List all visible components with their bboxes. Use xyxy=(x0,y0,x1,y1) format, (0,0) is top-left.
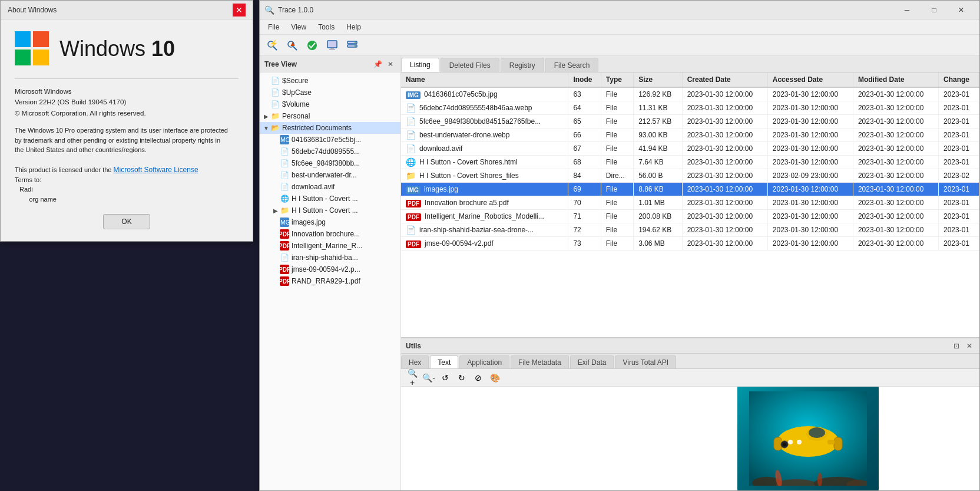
tree-item-intell-pdf[interactable]: PDF Intelligent_Marine_R... xyxy=(260,240,400,252)
cell-type: Dire... xyxy=(601,169,633,183)
cell-created: 2023-01-30 12:00:00 xyxy=(682,169,767,183)
file-name: iran-ship-shahid-baziar-sea-drone-... xyxy=(419,226,534,234)
file-type-icon: 📄 xyxy=(406,130,416,140)
tree-item-restricted-docs[interactable]: ▼ 📂 Restricted Documents xyxy=(260,122,400,134)
tree-panel: Tree View 📌 ✕ 📄 $Secure 📄 $UpCase xyxy=(260,56,401,490)
table-row[interactable]: 📄 56debc74dd089555548b46aa.webp 64 File … xyxy=(401,101,979,115)
col-accessed[interactable]: Accessed Date xyxy=(767,73,853,87)
expand-icon xyxy=(262,77,270,85)
table-row[interactable]: 📄 iran-ship-shahid-baziar-sea-drone-... … xyxy=(401,223,979,237)
svg-rect-29 xyxy=(834,437,842,450)
file-name: 56debc74dd089555548b46aa.webp xyxy=(419,104,532,112)
utils-panel: Utils ⊡ ✕ Hex Text Application File Meta… xyxy=(401,337,979,490)
tree-item-jmse[interactable]: PDF jmse-09-00594-v2.p... xyxy=(260,263,400,275)
utils-tab-exif-data[interactable]: Exif Data xyxy=(570,355,614,368)
crop-button[interactable]: ⊘ xyxy=(471,371,486,385)
expand-icon: ▶ xyxy=(262,112,270,120)
utils-tab-hex[interactable]: Hex xyxy=(401,355,429,368)
close-button[interactable]: ✕ xyxy=(948,1,975,19)
tree-item-volume[interactable]: 📄 $Volume xyxy=(260,98,400,110)
menu-file[interactable]: File xyxy=(262,21,285,33)
tree-item-images-jpg[interactable]: IMG images.jpg xyxy=(260,216,400,228)
tree-item-innov-pdf[interactable]: PDF Innovation brochure... xyxy=(260,228,400,240)
folder-blue-icon: 📁 xyxy=(280,206,289,215)
about-ok-button[interactable]: OK xyxy=(103,214,150,229)
file-type-icon: IMG xyxy=(406,184,421,194)
cell-modified: 2023-01-30 12:00:00 xyxy=(853,101,938,115)
tree-item-upcase[interactable]: 📄 $UpCase xyxy=(260,87,400,98)
svg-rect-31 xyxy=(827,440,835,444)
toolbar-monitor-button[interactable] xyxy=(323,37,341,54)
table-row[interactable]: 📄 5fc6ee_9849f380bbd84515a2765fbe... 65 … xyxy=(401,115,979,128)
cell-size: 1.01 MB xyxy=(634,196,683,210)
tree-item-personal[interactable]: ▶ 📁 Personal xyxy=(260,110,400,122)
minimize-button[interactable]: ─ xyxy=(893,1,921,19)
tree-item-avif[interactable]: 📄 download.avif xyxy=(260,181,400,193)
utils-tab-file-metadata[interactable]: File Metadata xyxy=(511,355,569,368)
tree-item-folder-blue[interactable]: ▶ 📁 H I Sutton - Covert ... xyxy=(260,205,400,216)
tree-item-webp2[interactable]: 📄 5fc6ee_9849f380bb... xyxy=(260,157,400,169)
license-link[interactable]: Microsoft Software License xyxy=(114,166,198,174)
utils-tab-text[interactable]: Text xyxy=(430,355,458,368)
menu-tools[interactable]: Tools xyxy=(312,21,340,33)
table-row[interactable]: IMG 04163681c07e5c5b.jpg 63 File 126.92 … xyxy=(401,87,979,101)
table-row[interactable]: 📄 best-underwater-drone.webp 66 File 93.… xyxy=(401,128,979,142)
table-row[interactable]: 🌐 H I Sutton - Covert Shores.html 68 Fil… xyxy=(401,156,979,169)
cell-size: 56.00 B xyxy=(634,169,683,183)
rotate-right-button[interactable]: ↻ xyxy=(454,371,469,385)
cell-created: 2023-01-30 12:00:00 xyxy=(682,196,767,210)
toolbar-analyze2-button[interactable]: ▲ xyxy=(283,37,301,54)
about-app-name: Windows 10 xyxy=(59,37,175,61)
table-row[interactable]: PDF Intelligent_Marine_Robotics_Modelli.… xyxy=(401,210,979,223)
color-button[interactable]: 🎨 xyxy=(487,371,502,385)
utils-expand-button[interactable]: ⊡ xyxy=(951,341,962,351)
cell-accessed: 2023-02-09 23:00:00 xyxy=(767,169,853,183)
utils-tab-application[interactable]: Application xyxy=(459,355,509,368)
tab-listing[interactable]: Listing xyxy=(401,58,439,72)
rotate-left-button[interactable]: ↺ xyxy=(438,371,453,385)
tab-registry[interactable]: Registry xyxy=(501,58,544,72)
tree-close-button[interactable]: ✕ xyxy=(385,59,396,70)
col-created[interactable]: Created Date xyxy=(682,73,767,87)
utils-tab-virus-total[interactable]: Virus Total API xyxy=(615,355,676,368)
table-row[interactable]: 📄 download.avif 67 File 41.94 KB 2023-01… xyxy=(401,142,979,156)
tree-item-webp1[interactable]: 📄 56debc74dd089555... xyxy=(260,146,400,157)
zoom-out-button[interactable]: 🔍- xyxy=(421,371,436,385)
cell-name: 📄 download.avif xyxy=(401,142,568,156)
tree-label-html: H I Sutton - Covert ... xyxy=(292,195,358,203)
table-row[interactable]: 📁 H I Sutton - Covert Shores_files 84 Di… xyxy=(401,169,979,183)
tree-item-html[interactable]: 🌐 H I Sutton - Covert ... xyxy=(260,193,400,205)
menu-view[interactable]: View xyxy=(285,21,312,33)
tree-pin-button[interactable]: 📌 xyxy=(372,59,383,70)
col-inode[interactable]: Inode xyxy=(568,73,601,87)
col-type[interactable]: Type xyxy=(601,73,633,87)
pdf-icon: PDF xyxy=(280,241,289,251)
toolbar-analyze1-button[interactable]: ⚡ xyxy=(263,37,281,54)
toolbar-server-button[interactable] xyxy=(343,37,361,54)
col-size[interactable]: Size xyxy=(634,73,683,87)
tab-deleted-files[interactable]: Deleted Files xyxy=(441,58,499,72)
menu-help[interactable]: Help xyxy=(340,21,367,33)
tree-item-iran[interactable]: 📄 iran-ship-shahid-ba... xyxy=(260,252,400,263)
table-row[interactable]: PDF jmse-09-00594-v2.pdf 73 File 3.06 MB… xyxy=(401,237,979,251)
svg-rect-0 xyxy=(15,31,31,47)
maximize-button[interactable]: □ xyxy=(921,1,948,19)
utils-close-button[interactable]: ✕ xyxy=(964,341,975,351)
cell-inode: 65 xyxy=(568,115,601,128)
table-row[interactable]: IMG images.jpg 69 File 8.86 KB 2023-01-3… xyxy=(401,183,979,196)
file-table: Name Inode Type Size Created Date Access… xyxy=(401,73,979,337)
col-modified[interactable]: Modified Date xyxy=(853,73,938,87)
tab-file-search[interactable]: File Search xyxy=(545,58,599,72)
col-change[interactable]: Change xyxy=(939,73,979,87)
tree-item-secure[interactable]: 📄 $Secure xyxy=(260,75,400,87)
tree-item-img1[interactable]: IMG 04163681c07e5c5bj... xyxy=(260,134,400,146)
col-name[interactable]: Name xyxy=(401,73,568,87)
toolbar-check-button[interactable] xyxy=(303,37,321,54)
tree-item-rand[interactable]: PDF RAND_RRA929-1.pdf xyxy=(260,275,400,287)
table-row[interactable]: PDF Innovation brochure a5.pdf 70 File 1… xyxy=(401,196,979,210)
about-close-button[interactable]: ✕ xyxy=(233,4,246,17)
svg-point-35 xyxy=(783,443,786,446)
zoom-in-button[interactable]: 🔍+ xyxy=(405,371,420,385)
tree-item-drone[interactable]: 📄 best-underwater-dr... xyxy=(260,169,400,181)
cell-modified: 2023-01-30 12:00:00 xyxy=(853,87,938,101)
